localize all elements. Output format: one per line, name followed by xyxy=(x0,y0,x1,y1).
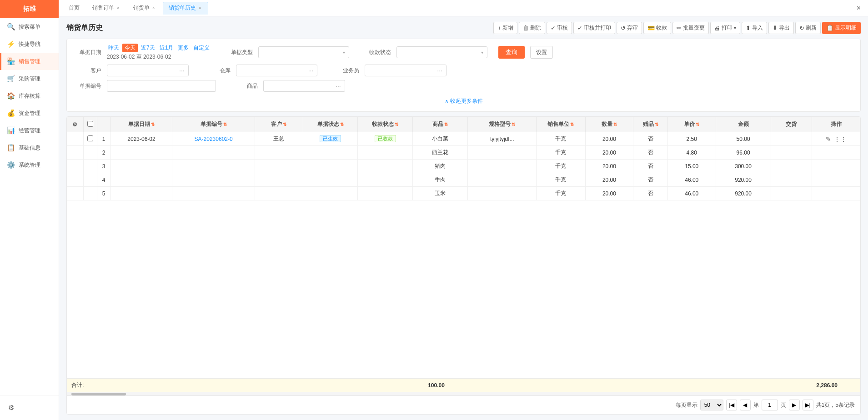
th-payment-status[interactable]: 收款状态 ⇅ xyxy=(358,117,413,132)
salesperson-input[interactable]: ··· xyxy=(365,65,447,76)
horizontal-scrollbar[interactable] xyxy=(67,392,860,395)
close-all-tabs-button[interactable]: × xyxy=(853,2,864,14)
import-button-label: 导入 xyxy=(752,24,763,32)
tab-sales-delivery-history[interactable]: 销货单历史 × xyxy=(163,2,208,15)
purchase-icon: 🛒 xyxy=(7,75,15,83)
date-shortcut-1month[interactable]: 近1月 xyxy=(158,44,175,52)
doc-number-link[interactable]: SA-20230602-0 xyxy=(195,136,233,142)
date-shortcut-7days[interactable]: 近7天 xyxy=(140,44,156,52)
discard-button[interactable]: ↺ 弃审 xyxy=(617,22,642,34)
th-doc-status[interactable]: 单据状态 ⇅ xyxy=(303,117,358,132)
tab-sales-order-close[interactable]: × xyxy=(116,5,120,10)
th-goods[interactable]: 商品 ⇅ xyxy=(413,117,468,132)
date-shortcut-yesterday[interactable]: 昨天 xyxy=(107,44,120,52)
td-spec xyxy=(468,187,537,200)
sidebar-item-search[interactable]: 🔍 搜索菜单 xyxy=(0,18,59,35)
page-size-select[interactable]: 50 10 20 100 xyxy=(700,400,723,410)
approve-button[interactable]: ✓ 审核 xyxy=(547,22,572,34)
sidebar-item-purchase[interactable]: 🛒 采购管理 xyxy=(0,70,59,87)
sidebar-settings[interactable]: ⚙ xyxy=(0,399,59,416)
date-shortcut-custom[interactable]: 自定义 xyxy=(192,44,211,52)
date-shortcut-more[interactable]: 更多 xyxy=(176,44,190,52)
select-all-checkbox[interactable] xyxy=(87,121,93,127)
td-settings xyxy=(67,173,83,187)
total-info: 共1页，5条记录 xyxy=(816,401,855,409)
th-unit[interactable]: 销售单位 ⇅ xyxy=(537,117,585,132)
th-settings[interactable]: ⚙ xyxy=(67,117,83,132)
delete-button[interactable]: 🗑 删除 xyxy=(519,22,545,34)
edit-icon[interactable]: ✎ xyxy=(826,135,831,143)
first-page-button[interactable]: |◀ xyxy=(726,400,737,410)
price-sort-icon: ⇅ xyxy=(696,122,699,127)
sidebar-item-operations[interactable]: 📊 经营管理 xyxy=(0,122,59,139)
goods-ellipsis[interactable]: ··· xyxy=(336,82,341,90)
receive-button[interactable]: 💳 收款 xyxy=(643,22,671,34)
sidebar-item-quicknav[interactable]: ⚡ 快捷导航 xyxy=(0,35,59,53)
discard-button-label: 弃审 xyxy=(627,24,638,32)
th-price[interactable]: 单价 ⇅ xyxy=(667,117,716,132)
customer-field[interactable] xyxy=(111,67,179,74)
main-content: 首页 销售订单 × 销货单 × 销货单历史 × × 销货单历史 + 新增 xyxy=(59,0,868,420)
next-page-button[interactable]: ▶ xyxy=(789,400,800,410)
tab-sales-order[interactable]: 销售订单 × xyxy=(86,2,126,15)
collapse-filter-button[interactable]: ∧ 收起更多条件 xyxy=(74,95,853,107)
sidebar-item-system[interactable]: ⚙️ 系统管理 xyxy=(0,156,59,174)
date-shortcut-today[interactable]: 今天 xyxy=(122,44,138,52)
last-page-button[interactable]: ▶| xyxy=(803,400,813,410)
filter-setting-button[interactable]: 设置 xyxy=(530,46,553,59)
approve-print-button[interactable]: ✓ 审核并打印 xyxy=(573,22,615,34)
tab-sales-delivery-history-close[interactable]: × xyxy=(198,5,202,10)
warehouse-ellipsis[interactable]: ··· xyxy=(308,67,314,74)
td-date xyxy=(110,146,172,160)
new-button-label: 新增 xyxy=(502,24,513,32)
payment-status-select[interactable]: ▾ xyxy=(396,46,487,58)
tab-home[interactable]: 首页 xyxy=(63,2,85,15)
sidebar-item-inventory[interactable]: 🏠 库存核算 xyxy=(0,87,59,105)
salesperson-field[interactable] xyxy=(369,67,437,74)
table-scroll-area[interactable]: ⚙ 单据日期 ⇅ xyxy=(67,117,860,378)
batch-change-button[interactable]: ✏ 批量变更 xyxy=(672,22,709,34)
customer-ellipsis[interactable]: ··· xyxy=(179,67,185,74)
import-button[interactable]: ⬆ 导入 xyxy=(742,22,767,34)
export-icon: ⬇ xyxy=(773,25,778,31)
th-actions: 操作 xyxy=(812,117,860,132)
th-qty[interactable]: 数量 ⇅ xyxy=(585,117,633,132)
tab-sales-delivery-history-label: 销货单历史 xyxy=(169,4,196,12)
print-button[interactable]: 🖨 打印 ▾ xyxy=(710,22,740,34)
current-page-input[interactable] xyxy=(762,400,778,410)
query-button[interactable]: 查询 xyxy=(498,46,525,59)
doc-status-badge: 已生效 xyxy=(320,135,341,142)
doc-type-select[interactable]: ▾ xyxy=(258,46,349,58)
td-number xyxy=(172,160,255,173)
export-button[interactable]: ⬇ 导出 xyxy=(768,22,794,34)
th-payment-status-label: 收款状态 xyxy=(372,120,394,128)
tab-sales-delivery-close[interactable]: × xyxy=(151,5,156,10)
doc-number-input[interactable] xyxy=(107,80,216,92)
show-details-button[interactable]: 📋 显示明细 xyxy=(822,22,861,34)
th-number[interactable]: 单据编号 ⇅ xyxy=(172,117,255,132)
new-button[interactable]: + 新增 xyxy=(493,22,517,34)
prev-page-button[interactable]: ◀ xyxy=(740,400,751,410)
th-spec[interactable]: 规格型号 ⇅ xyxy=(468,117,537,132)
goods-input[interactable]: ··· xyxy=(263,80,345,92)
tab-sales-delivery[interactable]: 销货单 × xyxy=(127,2,162,15)
salesperson-ellipsis[interactable]: ··· xyxy=(437,67,442,74)
warehouse-input[interactable]: ··· xyxy=(236,65,318,76)
table-row: 5玉米千克20.00否46.00920.00 xyxy=(67,187,860,200)
sidebar-item-sales[interactable]: 🏪 销售管理 xyxy=(0,53,59,70)
sidebar-item-finance[interactable]: 💰 资金管理 xyxy=(0,105,59,122)
goods-field[interactable] xyxy=(267,83,336,89)
column-settings-icon[interactable]: ⚙ xyxy=(72,121,77,128)
customer-input[interactable]: ··· xyxy=(107,65,189,76)
sidebar-item-basic-info[interactable]: 📋 基础信息 xyxy=(0,139,59,156)
doc-status-sort-icon: ⇅ xyxy=(340,122,344,127)
td-checkbox xyxy=(83,146,97,160)
td-gift: 否 xyxy=(633,160,668,173)
warehouse-field[interactable] xyxy=(240,67,308,74)
th-date[interactable]: 单据日期 ⇅ xyxy=(110,117,172,132)
refresh-button[interactable]: ↻ 刷新 xyxy=(795,22,821,34)
th-customer[interactable]: 客户 ⇅ xyxy=(255,117,303,132)
more-icon[interactable]: ⋮⋮ xyxy=(834,135,847,143)
th-gift[interactable]: 赠品 ⇅ xyxy=(633,117,668,132)
row-checkbox[interactable] xyxy=(87,135,93,141)
